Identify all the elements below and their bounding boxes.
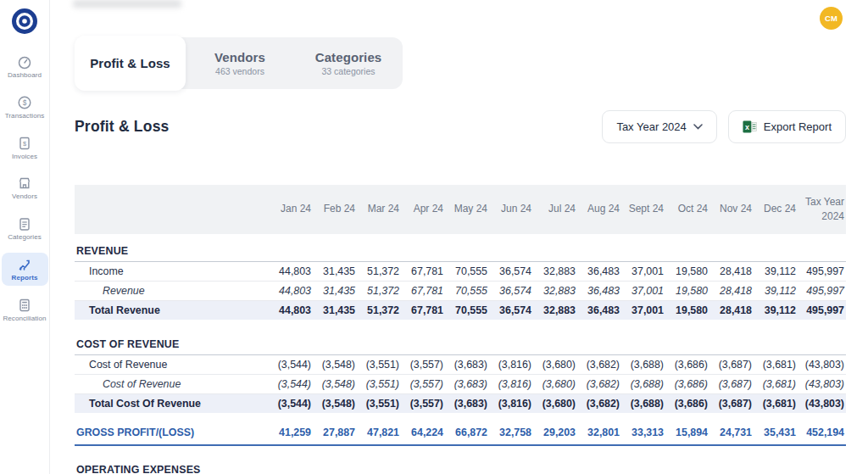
profit-loss-table: Jan 24Feb 24Mar 24Apr 24May 24Jun 24Jul … [75, 185, 846, 474]
row-value [489, 453, 533, 474]
row-label: Income [75, 262, 269, 282]
sidebar-item-categories[interactable]: Categories [2, 212, 48, 245]
row-value [577, 453, 621, 474]
svg-text:x: x [745, 122, 749, 131]
row-value: (3,557) [401, 375, 445, 394]
tab-label: Categories [315, 50, 382, 64]
row-value [709, 453, 754, 474]
export-report-button[interactable]: x Export Report [728, 110, 846, 143]
column-header: Sept 24 [621, 185, 665, 234]
row-label: COST OF REVENUE [75, 327, 269, 355]
row-value: (3,548) [313, 375, 357, 394]
row-value: 67,781 [401, 262, 445, 282]
sidebar-item-invoices[interactable]: $Invoices [2, 131, 48, 165]
tab-vendors[interactable]: Vendors 463 vendors [186, 37, 294, 89]
row-value: (3,688) [621, 394, 665, 414]
row-value: (43,803) [798, 375, 846, 394]
row-value: 47,821 [357, 421, 401, 445]
row-value: 37,001 [621, 262, 665, 282]
row-value: (3,683) [445, 394, 489, 414]
row-value [269, 234, 313, 262]
row-value: 31,435 [313, 301, 357, 321]
row-label: OPERATING EXPENSES [75, 453, 269, 474]
row-value [709, 234, 754, 262]
row-label: Cost of Revenue [75, 375, 269, 394]
app-logo[interactable] [11, 8, 38, 35]
gauge-icon [17, 54, 32, 70]
row-value: (3,680) [533, 355, 577, 375]
row-value: (3,681) [754, 355, 798, 375]
row-value: 32,883 [533, 282, 577, 301]
row-value: 51,372 [357, 262, 401, 282]
row-label: Total Revenue [75, 301, 269, 321]
row-value: (3,816) [489, 355, 533, 375]
row-value [533, 453, 577, 474]
row-value [577, 234, 621, 262]
tab-label: Profit & Loss [90, 56, 170, 70]
row-value: (3,544) [269, 355, 313, 375]
row-value: 36,574 [489, 262, 533, 282]
row-value [269, 453, 313, 474]
calculator-icon [17, 298, 32, 313]
row-value: (3,682) [577, 375, 621, 394]
row-value [665, 234, 709, 262]
row-value [798, 327, 846, 355]
row-value: 32,883 [533, 262, 577, 282]
row-value: 39,112 [754, 282, 798, 301]
row-value [401, 234, 445, 262]
tab-profit-and-loss[interactable]: Profit & Loss [75, 36, 186, 91]
row-value: 32,883 [533, 301, 577, 321]
dollar-circle-icon: $ [17, 95, 32, 110]
row-value: 67,781 [401, 301, 445, 321]
row-value: (3,687) [709, 355, 754, 375]
table-row-total: Total Cost Of Revenue(3,544)(3,548)(3,55… [75, 394, 846, 414]
row-value: 44,803 [269, 262, 313, 282]
row-value: 15,894 [665, 421, 709, 445]
tab-label: Vendors [214, 50, 265, 64]
sidebar-item-reconciliation[interactable]: Reconciliation [2, 293, 48, 326]
export-report-label: Export Report [764, 120, 832, 133]
tab-categories[interactable]: Categories 33 categories [294, 37, 403, 89]
tab-sublabel: 33 categories [321, 66, 375, 76]
row-value: (3,548) [313, 394, 357, 414]
sidebar-item-transactions[interactable]: $Transactions [2, 91, 48, 124]
row-value: 19,580 [665, 262, 709, 282]
chevron-down-icon [693, 124, 703, 130]
row-value: 67,781 [401, 282, 445, 301]
row-value: (3,682) [577, 355, 621, 375]
sidebar-item-dashboard[interactable]: Dashboard [2, 50, 48, 83]
row-value: 31,435 [313, 282, 357, 301]
tax-year-dropdown[interactable]: Tax Year 2024 [602, 110, 716, 143]
row-value [577, 327, 621, 355]
row-value: (3,551) [357, 394, 401, 414]
sidebar-item-label: Dashboard [8, 72, 42, 80]
sidebar-item-label: Vendors [12, 193, 37, 201]
row-value: 33,313 [621, 421, 665, 445]
row-value: (3,686) [665, 375, 709, 394]
row-value: 41,259 [269, 421, 313, 445]
row-value [709, 327, 754, 355]
sidebar-item-reports[interactable]: Reports [2, 253, 48, 286]
row-value: (3,688) [621, 375, 665, 394]
row-value: 44,803 [269, 301, 313, 321]
sidebar: Dashboard$Transactions$InvoicesVendorsCa… [0, 0, 50, 474]
row-value [621, 453, 665, 474]
row-value: (3,680) [533, 375, 577, 394]
column-header: Dec 24 [754, 185, 798, 234]
row-value: (3,551) [357, 355, 401, 375]
row-value: (3,686) [665, 394, 709, 414]
row-value: 24,731 [709, 421, 754, 445]
row-value: 452,194 [798, 421, 846, 445]
row-value: 36,574 [489, 282, 533, 301]
row-value: 39,112 [754, 301, 798, 321]
row-value: (3,683) [445, 375, 489, 394]
row-label: Total Cost Of Revenue [75, 394, 269, 414]
row-value [357, 234, 401, 262]
table-row-sub: Cost of Revenue(3,544)(3,548)(3,551)(3,5… [75, 375, 846, 394]
sidebar-item-label: Categories [8, 234, 42, 242]
row-value: 28,418 [709, 301, 754, 321]
row-value [665, 327, 709, 355]
sidebar-item-vendors[interactable]: Vendors [2, 171, 48, 204]
column-header: May 24 [445, 185, 489, 234]
row-value: 70,555 [445, 262, 489, 282]
